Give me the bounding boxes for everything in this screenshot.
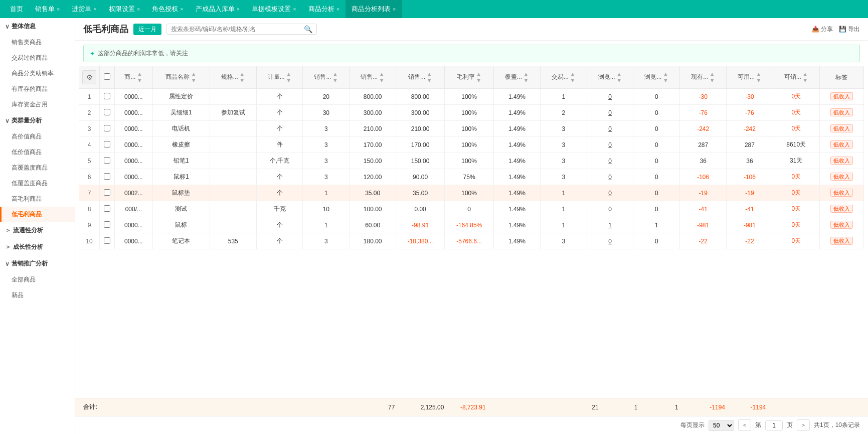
nav-item-产成品入库单[interactable]: 产成品入库单×: [190, 0, 246, 18]
col-transactions[interactable]: 交易...▲▼: [540, 66, 587, 89]
nav-item-销售单[interactable]: 销售单×: [29, 0, 66, 18]
nav-item-商品分析列表[interactable]: 商品分析列表×: [345, 0, 402, 18]
nav-close-icon[interactable]: ×: [336, 6, 339, 12]
sidebar-item-库存资金占用[interactable]: 库存资金占用: [0, 97, 75, 112]
row-browse1[interactable]: 0: [587, 201, 633, 217]
row-checkbox[interactable]: [100, 217, 115, 233]
col-sales-amt[interactable]: 销售...▲▼: [350, 66, 396, 89]
browse-link[interactable]: 0: [608, 93, 612, 100]
browse-link[interactable]: 0: [608, 174, 612, 181]
nav-close-icon[interactable]: ×: [393, 6, 396, 12]
row-checkbox[interactable]: [100, 201, 115, 217]
col-gross-rate[interactable]: 毛利率▲▼: [445, 66, 494, 89]
row-browse1[interactable]: 0: [587, 121, 633, 137]
gear-icon[interactable]: ⚙: [82, 70, 96, 84]
next-page-button[interactable]: ＞: [797, 419, 810, 431]
browse-link[interactable]: 0: [608, 206, 612, 213]
search-input[interactable]: [171, 26, 304, 33]
row-browse1[interactable]: 0: [587, 137, 633, 153]
browse-link[interactable]: 1: [608, 222, 612, 229]
sidebar-item-新品[interactable]: 新品: [0, 287, 75, 303]
browse-link[interactable]: 0: [608, 190, 612, 197]
row-checkbox[interactable]: [100, 89, 115, 105]
nav-close-icon[interactable]: ×: [137, 6, 140, 12]
row-unit: 个: [256, 185, 303, 201]
col-code[interactable]: 商...▲▼: [115, 66, 153, 89]
row-checkbox[interactable]: [100, 153, 115, 169]
row-browse1[interactable]: 0: [587, 105, 633, 121]
browse-link[interactable]: 0: [608, 238, 612, 245]
filter-recent-month-button[interactable]: 近一月: [133, 24, 161, 35]
nav-close-icon[interactable]: ×: [237, 6, 240, 12]
sidebar-item-商品分类助销率[interactable]: 商品分类助销率: [0, 66, 75, 81]
sidebar-item-全部商品[interactable]: 全部商品: [0, 272, 75, 287]
sidebar-group-类群量分析[interactable]: ∨ 类群量分析: [0, 112, 75, 129]
row-checkbox[interactable]: [100, 185, 115, 201]
nav-item-单据模板设置[interactable]: 单据模板设置×: [246, 0, 302, 18]
page-number-input[interactable]: [765, 420, 783, 430]
col-coverage[interactable]: 覆盖...▲▼: [494, 66, 541, 89]
col-browse2[interactable]: 浏览...▲▼: [633, 66, 680, 89]
nav-close-icon[interactable]: ×: [180, 6, 183, 12]
nav-close-icon[interactable]: ×: [57, 6, 60, 12]
nav-item-商品分析[interactable]: 商品分析×: [302, 0, 345, 18]
row-checkbox[interactable]: [100, 121, 115, 137]
row-checkbox[interactable]: [100, 105, 115, 121]
col-unit[interactable]: 计量...▲▼: [256, 66, 303, 89]
sidebar-item-低覆盖度商品[interactable]: 低覆盖度商品: [0, 176, 75, 191]
nav-close-icon[interactable]: ×: [293, 6, 296, 12]
select-all-checkbox[interactable]: [104, 73, 110, 80]
sidebar-item-高毛利商品[interactable]: 高毛利商品: [0, 191, 75, 207]
col-tag[interactable]: 标签: [819, 66, 863, 89]
sidebar-group-流通性分析[interactable]: ＞ 流通性分析: [0, 222, 75, 239]
sidebar-item-交易过的商品[interactable]: 交易过的商品: [0, 50, 75, 66]
sidebar-item-高价值商品[interactable]: 高价值商品: [0, 129, 75, 144]
prev-page-button[interactable]: ＜: [738, 419, 751, 431]
browse-link[interactable]: 0: [608, 109, 612, 116]
browse-link[interactable]: 0: [608, 141, 612, 149]
browse-link[interactable]: 0: [608, 125, 612, 132]
row-browse1[interactable]: 1: [587, 217, 633, 233]
tag-badge: 低收入: [830, 237, 853, 245]
checkbox-column-header[interactable]: [100, 66, 115, 89]
row-name: 吴细细1: [152, 105, 210, 121]
row-browse1[interactable]: 0: [587, 153, 633, 169]
sidebar-item-低毛利商品[interactable]: 低毛利商品: [0, 207, 75, 222]
sidebar-item-销售类商品[interactable]: 销售类商品: [0, 35, 75, 50]
row-checkbox[interactable]: [100, 137, 115, 153]
nav-close-icon[interactable]: ×: [93, 6, 96, 12]
row-saleable: 8610天: [773, 137, 819, 153]
page-size-select[interactable]: 50 100: [709, 420, 734, 431]
sidebar-group-营销推广分析[interactable]: ∨ 营销推广分析: [0, 255, 75, 272]
sidebar-item-高覆盖度商品[interactable]: 高覆盖度商品: [0, 160, 75, 176]
row-checkbox[interactable]: [100, 233, 115, 249]
gear-column-header[interactable]: ⚙: [79, 66, 100, 89]
nav-item-进货单[interactable]: 进货单×: [66, 0, 102, 18]
row-number: 1: [79, 89, 100, 105]
export-button[interactable]: 💾 导出: [839, 25, 860, 34]
nav-item-权限设置[interactable]: 权限设置×: [103, 0, 146, 18]
sidebar-item-有库存的商品[interactable]: 有库存的商品: [0, 81, 75, 97]
sidebar-group-整体信息[interactable]: ∨ 整体信息: [0, 18, 75, 35]
row-browse1[interactable]: 0: [587, 89, 633, 105]
table-container[interactable]: ⚙ 商...▲▼ 商品名称▲▼ 规格...▲▼ 计量...▲▼ 销售...▲▼ …: [75, 66, 868, 398]
col-current-stock[interactable]: 现有...▲▼: [680, 66, 727, 89]
col-sales-profit[interactable]: 销售...▲▼: [396, 66, 445, 89]
row-browse1[interactable]: 0: [587, 169, 633, 185]
row-browse1[interactable]: 0: [587, 185, 633, 201]
share-button[interactable]: 📤 分享: [812, 25, 833, 34]
col-spec[interactable]: 规格...▲▼: [210, 66, 256, 89]
row-checkbox[interactable]: [100, 169, 115, 185]
nav-item-首页[interactable]: 首页: [4, 0, 29, 18]
sidebar-group-成长性分析[interactable]: ＞ 成长性分析: [0, 239, 75, 255]
search-icon[interactable]: 🔍: [304, 25, 312, 33]
col-browse1[interactable]: 浏览...▲▼: [587, 66, 633, 89]
col-sales-qty[interactable]: 销售...▲▼: [303, 66, 350, 89]
col-name[interactable]: 商品名称▲▼: [152, 66, 210, 89]
row-browse1[interactable]: 0: [587, 233, 633, 249]
sidebar-item-低价值商品[interactable]: 低价值商品: [0, 144, 75, 160]
col-saleable[interactable]: 可销...▲▼: [773, 66, 819, 89]
nav-item-角色授权[interactable]: 角色授权×: [146, 0, 189, 18]
col-available[interactable]: 可用...▲▼: [727, 66, 773, 89]
browse-link[interactable]: 0: [608, 158, 612, 165]
